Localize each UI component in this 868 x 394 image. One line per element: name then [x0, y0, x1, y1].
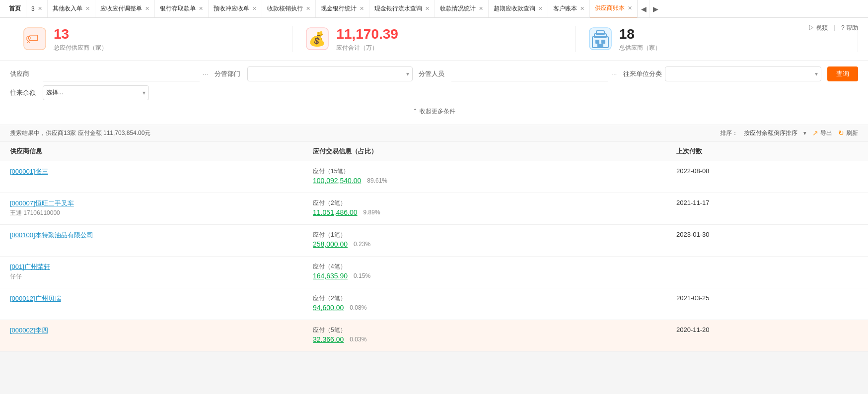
- trans-amount-link-4[interactable]: 94,600.00: [313, 304, 344, 312]
- refresh-button[interactable]: ↻ 刷新: [838, 129, 858, 137]
- trans-amount-link-1[interactable]: 11,051,486.00: [313, 208, 358, 216]
- nav-tab-home[interactable]: 首页: [4, 0, 26, 18]
- nav-prev-arrow[interactable]: ◀: [638, 0, 650, 18]
- help-link[interactable]: ? 帮助: [841, 24, 858, 32]
- supplier-name-link-4[interactable]: [000012]广州贝瑞: [10, 294, 313, 303]
- trans-amount-link-5[interactable]: 32,366.00: [313, 335, 344, 343]
- nav-tab-10-close[interactable]: ✕: [538, 5, 543, 12]
- collapse-filter-button[interactable]: ⌃ 收起更多条件: [10, 104, 858, 119]
- nav-tab-11[interactable]: 客户账本 ✕: [548, 0, 590, 18]
- trans-label-5: 应付（5笔）: [313, 326, 676, 334]
- nav-tab-2-label: 其他收入单: [53, 4, 82, 13]
- nav-tab-8[interactable]: 现金银行流水查询 ✕: [369, 0, 435, 18]
- last-pay-date-4: 2021-03-25: [676, 294, 710, 302]
- balance-filter-select[interactable]: 选择... ▾: [43, 85, 149, 100]
- nav-tab-1-label: 3: [31, 5, 35, 12]
- summary-card-suppliers-payable: 🏷 13 总应付供应商（家）: [10, 26, 292, 52]
- collapse-icon: ⌃: [413, 108, 418, 115]
- export-button[interactable]: ↗ 导出: [812, 129, 832, 137]
- nav-tab-6[interactable]: 收款核销执行 ✕: [262, 0, 316, 18]
- trans-amount-link-3[interactable]: 164,635.90: [313, 272, 348, 280]
- filter-item-person: 分管人员 ···: [419, 66, 617, 81]
- suppliers-payable-label: 总应付供应商（家）: [54, 44, 107, 52]
- lastpay-cell-5: 2020-11-20: [676, 326, 858, 333]
- lastpay-cell-4: 2021-03-25: [676, 294, 858, 302]
- supplier-name-link-3[interactable]: [001]广州荣轩: [10, 263, 313, 271]
- nav-tab-4[interactable]: 银行存取款单 ✕: [155, 0, 209, 18]
- trans-percent-5: 0.03%: [350, 336, 366, 343]
- nav-tab-5[interactable]: 预收冲应收单 ✕: [209, 0, 262, 18]
- nav-tab-9[interactable]: 收款情况统计 ✕: [435, 0, 489, 18]
- nav-tab-12[interactable]: 供应商账本 ✕: [590, 0, 638, 18]
- nav-tab-5-close[interactable]: ✕: [252, 5, 257, 12]
- trans-amount-link-0[interactable]: 100,092,540.00: [313, 177, 361, 185]
- filter-item-supplier: 供应商 ···: [10, 66, 209, 81]
- trans-percent-2: 0.23%: [354, 241, 370, 248]
- nav-tab-1[interactable]: 3 ✕: [26, 0, 48, 18]
- supplier-filter-dots[interactable]: ···: [203, 70, 209, 78]
- total-suppliers-label: 总供应商（家）: [619, 44, 661, 52]
- nav-tab-6-label: 收款核销执行: [267, 4, 303, 13]
- supplier-cell-3: [001]广州荣轩 仔仔: [10, 263, 313, 281]
- nav-tab-3[interactable]: 应收应付调整单 ✕: [95, 0, 155, 18]
- table-scroll-area[interactable]: [000001]张三 应付（15笔） 100,092,540.00 89.61%…: [0, 161, 868, 352]
- links-sep: |: [834, 24, 835, 32]
- category-filter-select[interactable]: ▾: [665, 66, 822, 81]
- last-pay-date-2: 2023-01-30: [676, 231, 710, 238]
- total-suppliers-icon: [587, 26, 613, 52]
- sort-value[interactable]: 按应付余额倒序排序: [744, 129, 797, 137]
- person-filter-dots[interactable]: ···: [611, 70, 617, 78]
- nav-tab-10[interactable]: 超期应收款查询 ✕: [489, 0, 548, 18]
- transaction-cell-3: 应付（4笔） 164,635.90 0.15%: [313, 263, 676, 280]
- nav-tab-1-close[interactable]: ✕: [38, 5, 42, 12]
- nav-tab-4-close[interactable]: ✕: [199, 5, 203, 12]
- supplier-cell-5: [000002]李四: [10, 326, 313, 335]
- nav-tab-9-close[interactable]: ✕: [479, 5, 483, 12]
- trans-amount-link-2[interactable]: 258,000.00: [313, 240, 348, 248]
- video-link[interactable]: ▷ 视频: [808, 24, 828, 32]
- nav-home-label: 首页: [9, 4, 21, 13]
- nav-tab-8-label: 现金银行流水查询: [374, 4, 422, 13]
- table-row: [000007]恒旺二手叉车 王通 17106110000 应付（2笔） 11,…: [0, 193, 868, 225]
- lastpay-cell-1: 2021-11-17: [676, 199, 858, 206]
- supplier-name-link-1[interactable]: [000007]恒旺二手叉车: [10, 199, 313, 208]
- supplier-name-link-0[interactable]: [000001]张三: [10, 167, 313, 176]
- search-button[interactable]: 查询: [827, 66, 858, 81]
- summary-text-suppliers-payable: 13 总应付供应商（家）: [54, 26, 107, 52]
- dept-chevron-icon: ▾: [406, 70, 409, 77]
- supplier-filter-input[interactable]: [43, 66, 200, 81]
- table-row: [000100]本特勤油品有限公司 应付（1笔） 258,000.00 0.23…: [0, 225, 868, 257]
- summary-text-payable-total: 11,170.39 应付合计（万）: [336, 26, 398, 52]
- trans-label-3: 应付（4笔）: [313, 263, 676, 271]
- sort-chevron-icon[interactable]: ▾: [803, 130, 806, 136]
- balance-filter-label: 往来余额: [10, 88, 40, 97]
- supplier-filter-label: 供应商: [10, 69, 40, 78]
- suppliers-payable-icon: 🏷: [22, 26, 48, 52]
- nav-tab-7-close[interactable]: ✕: [360, 5, 364, 12]
- supplier-cell-1: [000007]恒旺二手叉车 王通 17106110000: [10, 199, 313, 217]
- nav-tab-11-label: 客户账本: [553, 4, 577, 13]
- suppliers-payable-value: 13: [54, 26, 107, 43]
- nav-tab-7[interactable]: 现金银行统计 ✕: [316, 0, 369, 18]
- nav-tab-12-close[interactable]: ✕: [628, 5, 632, 11]
- col-header-transaction: 应付交易信息（占比）: [313, 147, 676, 156]
- supplier-contact-1: 王通 17106110000: [10, 209, 313, 217]
- nav-tab-2-close[interactable]: ✕: [85, 5, 90, 12]
- top-right-links: ▷ 视频 | ? 帮助: [808, 24, 859, 32]
- nav-next-arrow[interactable]: ▶: [650, 0, 661, 18]
- col-header-lastpay: 上次付数: [676, 147, 858, 156]
- nav-tab-2[interactable]: 其他收入单 ✕: [48, 0, 95, 18]
- dept-filter-select[interactable]: ▾: [247, 66, 413, 81]
- person-filter-input[interactable]: [451, 66, 608, 81]
- transaction-cell-2: 应付（1笔） 258,000.00 0.23%: [313, 231, 676, 248]
- supplier-name-link-2[interactable]: [000100]本特勤油品有限公司: [10, 231, 313, 240]
- balance-select-placeholder: 选择...: [46, 88, 63, 97]
- nav-tab-11-close[interactable]: ✕: [580, 5, 584, 12]
- nav-tab-6-close[interactable]: ✕: [306, 5, 310, 12]
- supplier-name-link-5[interactable]: [000002]李四: [10, 326, 313, 335]
- nav-tab-3-label: 应收应付调整单: [100, 4, 142, 13]
- summary-bar: 🏷 13 总应付供应商（家） 💰 11,170.39 应付合计（万）: [0, 18, 868, 61]
- nav-tab-8-close[interactable]: ✕: [425, 5, 430, 12]
- nav-tab-3-close[interactable]: ✕: [145, 5, 149, 12]
- summary-text-total-suppliers: 18 总供应商（家）: [619, 26, 661, 52]
